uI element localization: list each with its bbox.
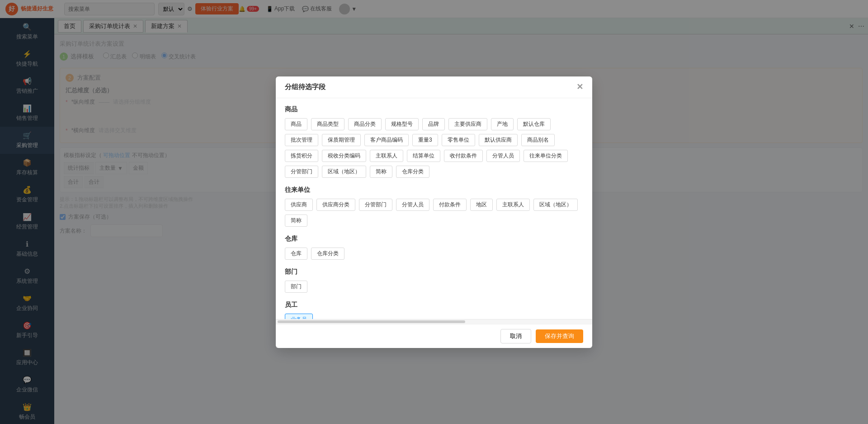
section-title-staff: 员工 — [285, 301, 583, 309]
field-group-product: 商品 商品 商品类型 商品分类 规格型号 品牌 主要供应商 产地 默认仓库 批次… — [285, 105, 583, 178]
field-chip-product-3[interactable]: 规格型号 — [385, 118, 419, 130]
field-chip-product-15[interactable]: 拣货积分 — [285, 150, 318, 162]
field-chip-warehouse-0[interactable]: 仓库 — [285, 248, 307, 260]
field-chip-dept-0[interactable]: 部门 — [285, 281, 307, 293]
field-chip-product-9[interactable]: 保质期管理 — [322, 134, 361, 146]
section-title-product: 商品 — [285, 105, 583, 114]
field-chip-partner-2[interactable]: 分管部门 — [359, 199, 392, 211]
field-chip-partner-7[interactable]: 区域（地区） — [533, 199, 578, 211]
field-chip-product-13[interactable]: 默认供应商 — [479, 134, 518, 146]
field-chip-product-6[interactable]: 产地 — [491, 118, 514, 130]
field-chip-product-4[interactable]: 品牌 — [422, 118, 445, 130]
field-chip-product-0[interactable]: 商品 — [285, 118, 307, 130]
field-chip-product-25[interactable]: 仓库分类 — [396, 166, 429, 178]
field-chip-product-19[interactable]: 收付款条件 — [444, 150, 483, 162]
field-chip-product-7[interactable]: 默认仓库 — [517, 118, 551, 130]
field-chip-product-16[interactable]: 税收分类编码 — [322, 150, 366, 162]
field-chip-product-11[interactable]: 重量3 — [412, 134, 438, 146]
field-list-warehouse: 仓库 仓库分类 — [285, 248, 583, 260]
modal-save-button[interactable]: 保存并查询 — [536, 329, 583, 343]
field-list-partner: 供应商 供应商分类 分管部门 分管人员 付款条件 地区 主联系人 区域（地区） … — [285, 199, 583, 227]
field-chip-product-20[interactable]: 分管人员 — [486, 150, 520, 162]
field-chip-staff-0[interactable]: 业务员 — [285, 314, 313, 319]
field-chip-product-23[interactable]: 区域（地区） — [322, 166, 366, 178]
field-chip-product-22[interactable]: 分管部门 — [285, 166, 318, 178]
modal-close-button[interactable]: ✕ — [576, 83, 583, 91]
field-chip-product-2[interactable]: 商品分类 — [348, 118, 382, 130]
field-chip-product-12[interactable]: 零售单位 — [442, 134, 475, 146]
field-chip-partner-6[interactable]: 主联系人 — [496, 199, 530, 211]
field-list-staff: 业务员 — [285, 314, 583, 319]
field-group-staff: 员工 业务员 — [285, 301, 583, 319]
field-list-dept: 部门 — [285, 281, 583, 293]
modal-title: 分组待选字段 — [285, 83, 326, 91]
modal-overlay: 分组待选字段 ✕ 商品 商品 商品类型 商品分类 规格型号 品牌 主要供应商 产… — [0, 0, 868, 424]
field-chip-product-18[interactable]: 结算单位 — [407, 150, 440, 162]
field-group-partner: 往来单位 供应商 供应商分类 分管部门 分管人员 付款条件 地区 主联系人 区域… — [285, 186, 583, 227]
field-chip-product-17[interactable]: 主联系人 — [370, 150, 403, 162]
modal-cancel-button[interactable]: 取消 — [500, 329, 531, 343]
field-chip-partner-8[interactable]: 简称 — [285, 214, 307, 227]
modal-header: 分组待选字段 ✕ — [276, 76, 592, 98]
field-chip-partner-4[interactable]: 付款条件 — [433, 199, 467, 211]
field-chip-partner-0[interactable]: 供应商 — [285, 199, 313, 211]
field-chip-product-24[interactable]: 简称 — [370, 166, 392, 178]
section-title-warehouse: 仓库 — [285, 235, 583, 243]
field-chip-warehouse-1[interactable]: 仓库分类 — [311, 248, 344, 260]
field-chip-partner-3[interactable]: 分管人员 — [396, 199, 429, 211]
field-chip-product-14[interactable]: 商品别名 — [521, 134, 555, 146]
field-chip-product-21[interactable]: 往来单位分类 — [524, 150, 568, 162]
field-group-warehouse: 仓库 仓库 仓库分类 — [285, 235, 583, 260]
field-chip-product-1[interactable]: 商品类型 — [311, 118, 344, 130]
field-group-dept: 部门 部门 — [285, 268, 583, 293]
modal-hscroll[interactable] — [276, 319, 592, 324]
field-chip-product-10[interactable]: 客户商品编码 — [364, 134, 409, 146]
modal-footer: 取消 保存并查询 — [276, 324, 592, 348]
modal-body: 商品 商品 商品类型 商品分类 规格型号 品牌 主要供应商 产地 默认仓库 批次… — [276, 98, 592, 319]
field-chip-product-8[interactable]: 批次管理 — [285, 134, 318, 146]
section-title-dept: 部门 — [285, 268, 583, 276]
field-chip-partner-1[interactable]: 供应商分类 — [316, 199, 355, 211]
field-chip-partner-5[interactable]: 地区 — [470, 199, 493, 211]
field-list-product: 商品 商品类型 商品分类 规格型号 品牌 主要供应商 产地 默认仓库 批次管理 … — [285, 118, 583, 178]
section-title-partner: 往来单位 — [285, 186, 583, 194]
field-chip-product-5[interactable]: 主要供应商 — [448, 118, 487, 130]
modal-dialog: 分组待选字段 ✕ 商品 商品 商品类型 商品分类 规格型号 品牌 主要供应商 产… — [276, 76, 592, 348]
